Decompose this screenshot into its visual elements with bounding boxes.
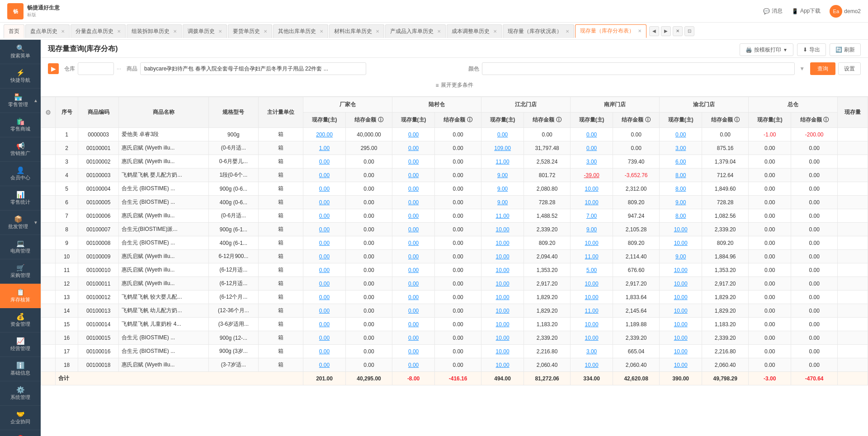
message-icon: 💬 (763, 8, 770, 14)
table-row: 13 00100012 飞鹤星飞帆 较大婴儿配... (6-12个月... 箱 … (41, 291, 868, 304)
sidebar-item-system[interactable]: ⚙️ 系统管理 (0, 381, 41, 406)
close-icon[interactable]: ✕ (218, 29, 222, 34)
nav-tabs: 首页 盘点单历史 ✕ 分量盘点单历史 ✕ 组装拆卸单历史 ✕ 调拨单历史 ✕ 要… (0, 23, 868, 40)
tab-6[interactable]: 其他出库单历史 ✕ (273, 24, 328, 38)
sidebar-item-guide[interactable]: 🎯 新手引导 (0, 430, 41, 436)
tab-8[interactable]: 产成品入库单历史 ✕ (385, 24, 446, 38)
tab-home[interactable]: 首页 (4, 24, 24, 38)
tab-9[interactable]: 成本调整单历史 ✕ (447, 24, 502, 38)
print-btn[interactable]: 🖨️ 按模板打印 ▼ (740, 43, 793, 56)
filter-product: 商品 (127, 62, 463, 75)
close-icon[interactable]: ✕ (117, 29, 121, 34)
tab-1[interactable]: 盘点单历史 ✕ (25, 24, 70, 38)
sidebar-item-search[interactable]: 🔍 搜索英单 (0, 40, 41, 64)
col-group-nanan: 南岸门店 (571, 97, 660, 113)
logo-icon: 畅 (7, 3, 24, 19)
color-dropdown-icon[interactable]: ▼ (799, 66, 805, 72)
col-group-lucun: 陆村仓 (392, 97, 481, 113)
retail-icon: 🏪 (14, 93, 23, 101)
sidebar-item-business[interactable]: 📈 经营管理 (0, 333, 41, 357)
marketing-icon: 📢 (3, 142, 38, 150)
search-icon: 🔍 (3, 44, 38, 52)
tab-4[interactable]: 调拨单历史 ✕ (183, 24, 227, 38)
sidebar-item-marketing[interactable]: 📢 营销推广 (0, 137, 41, 162)
sidebar-item-base-info[interactable]: ℹ️ 基础信息 (0, 357, 41, 381)
user-menu[interactable]: Ea demo2 (830, 5, 861, 18)
close-icon[interactable]: ✕ (320, 29, 323, 34)
tab-next-btn[interactable]: ▶ (661, 26, 671, 36)
page-actions: 🖨️ 按模板打印 ▼ ⬇ 导出 🔄 刷新 (740, 43, 861, 56)
top-bar: 畅 畅捷通好生意 标版 💬 消息 📱 App下载 Ea demo2 (0, 0, 868, 23)
close-icon[interactable]: ✕ (493, 29, 497, 34)
col-jiangbei-amt: 结存金额 ⓘ (524, 113, 571, 128)
close-icon[interactable]: ✕ (566, 29, 569, 34)
sidebar-item-purchase[interactable]: 🛒 采购管理 (0, 259, 41, 284)
table-row: 2 00100001 惠氏启赋 (Wyeth illu... (0-6月适...… (41, 141, 868, 155)
tab-close-btn[interactable]: ✕ (673, 26, 683, 36)
export-btn[interactable]: ⬇ 导出 (797, 43, 826, 56)
col-total-amt: 结存金额 ⓘ (791, 113, 838, 128)
sidebar-item-finance[interactable]: 💰 资金管理 (0, 308, 41, 333)
close-icon[interactable]: ✕ (376, 29, 379, 34)
expand-more-btn[interactable]: ≡ 展开更多条件 (435, 81, 473, 89)
page-title: 现存量查询(库存分布) (48, 44, 861, 54)
table-row: 8 00100007 合生元(BIOSTIME)派... 900g (6-1..… (41, 223, 868, 236)
close-icon[interactable]: ✕ (437, 29, 441, 34)
table-row: 3 00100002 惠氏启赋 (Wyeth illu... 0-6月婴儿...… (41, 155, 868, 169)
sidebar-item-ecommerce[interactable]: 💻 电商管理 (0, 235, 41, 259)
sidebar-item-quicknav[interactable]: ⚡ 快捷导航 (0, 64, 41, 89)
tab-2[interactable]: 分量盘点单历史 ✕ (71, 24, 126, 38)
filter-color: 颜色 ▼ (468, 62, 805, 75)
col-name: 商品名称 (119, 97, 208, 128)
sidebar-item-retail-stats[interactable]: 📊 零售统计 (0, 186, 41, 211)
purchase-icon: 🛒 (3, 264, 38, 272)
color-input[interactable] (482, 62, 795, 75)
top-right-actions: 💬 消息 📱 App下载 Ea demo2 (763, 5, 861, 18)
table-row: 1 0000003 爱他美 卓睿3段 900g 箱 200.00 40,000.… (41, 128, 868, 141)
inventory-table-container: ⚙ 序号 商品编码 商品名称 规格型号 主计量单位 厂家仓 陆村仓 江北门店 南… (41, 97, 868, 436)
warehouse-dots[interactable]: ··· (117, 66, 121, 72)
sidebar-item-collab[interactable]: 🤝 企业协同 (0, 406, 41, 430)
print-icon: 🖨️ (745, 47, 752, 53)
close-icon[interactable]: ✕ (638, 28, 642, 33)
col-nanan-amt: 结存金额 ⓘ (613, 113, 660, 128)
export-icon: ⬇ (803, 47, 807, 53)
tab-11-active[interactable]: 现存量（库存分布表）✕ (575, 24, 646, 38)
query-btn[interactable]: 查询 (810, 62, 835, 75)
baseinfo-icon: ℹ️ (3, 361, 38, 370)
table-row: 6 00100005 合生元 (BIOSTIME) ... 400g (0-6.… (41, 196, 868, 209)
col-lucun-amt: 结存金额 ⓘ (434, 113, 481, 128)
sidebar-item-retail-mgmt[interactable]: 🏪 零售管理 ▲ (0, 89, 41, 113)
sidebar-item-members[interactable]: 👤 会员中心 (0, 162, 41, 186)
filter-row-1: ▶ 仓库 ··· 商品 颜色 ▼ 查询 设置 (48, 62, 861, 75)
tab-3[interactable]: 组装拆卸单历史 ✕ (127, 24, 182, 38)
app-download-btn[interactable]: 📱 App下载 (792, 7, 821, 15)
sidebar-item-wholesale[interactable]: 📦 批发管理 ▼ (0, 211, 41, 235)
close-icon[interactable]: ✕ (61, 29, 65, 34)
col-lucun-qty: 现存量(主) (392, 113, 435, 128)
col-yubei-qty: 现存量(主) (660, 113, 702, 128)
close-icon[interactable]: ✕ (173, 29, 177, 34)
settings-btn[interactable]: 设置 (838, 62, 861, 75)
tab-5[interactable]: 要货单历史 ✕ (228, 24, 272, 38)
message-btn[interactable]: 💬 消息 (763, 7, 783, 15)
col-code: 商品编码 (78, 97, 119, 128)
product-input[interactable] (140, 62, 366, 75)
avatar: Ea (830, 5, 842, 18)
warehouse-input[interactable] (78, 62, 114, 75)
tab-10[interactable]: 现存量（库存状况表）✕ (503, 24, 574, 38)
sidebar-item-inventory[interactable]: 📋 库存核算 (0, 284, 41, 308)
sidebar: 🔍 搜索英单 ⚡ 快捷导航 🏪 零售管理 ▲ 🛍️ 零售商城 📢 营销推广 👤 … (0, 40, 41, 436)
refresh-btn[interactable]: 🔄 刷新 (830, 43, 861, 56)
tab-expand-btn[interactable]: ⊡ (684, 26, 694, 36)
close-icon[interactable]: ✕ (264, 29, 267, 34)
gear-icon[interactable]: ⚙ (45, 109, 51, 116)
logo-area: 畅 畅捷通好生意 标版 (7, 3, 60, 19)
sidebar-item-retail-mall[interactable]: 🛍️ 零售商城 (0, 113, 41, 137)
tab-prev-btn[interactable]: ◀ (649, 26, 659, 36)
col-settings: ⚙ (41, 97, 56, 128)
expand-arrow-btn[interactable]: ▶ (48, 63, 59, 74)
tab-7[interactable]: 材料出库单历史 ✕ (329, 24, 384, 38)
stats-icon: 📊 (3, 191, 38, 199)
col-jiangbei-qty: 现存量(主) (481, 113, 524, 128)
